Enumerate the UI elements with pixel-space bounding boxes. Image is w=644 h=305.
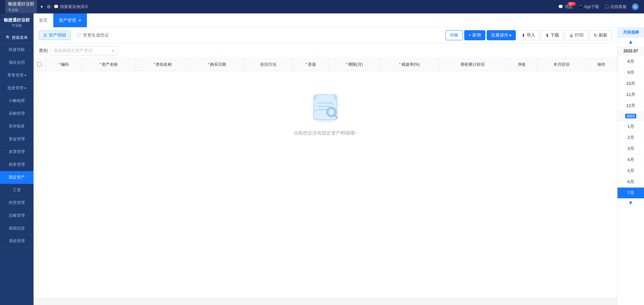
search-icon: 🔍 bbox=[6, 35, 11, 40]
category-label: 类别 bbox=[39, 48, 48, 54]
bottom-scroll-bar[interactable] bbox=[34, 298, 617, 305]
col-operation: 操作 bbox=[586, 58, 617, 71]
month-item-9[interactable]: 9月 bbox=[618, 67, 644, 78]
sidebar-logo: 畅捷通好业财 专业版 bbox=[0, 13, 34, 32]
top-bar-left: 畅捷通好业财 专业版 ▼ ⚙ 💬 我要看实例演示 bbox=[5, 0, 88, 13]
dropdown-arrow-icon: ▾ bbox=[509, 33, 512, 38]
table-container: *编码 *资产名称 *类别名称 *购买日期 折旧方法 *原值 *期限(月) *残… bbox=[34, 58, 617, 298]
download-button[interactable]: ⬇ 下载 bbox=[541, 30, 564, 40]
category-select[interactable]: 请选择固定资产类别 ▾ bbox=[50, 46, 117, 55]
month-nav-up[interactable]: ▲ bbox=[618, 38, 644, 46]
demo-link[interactable]: 💬 我要看实例演示 bbox=[54, 4, 88, 10]
sub-tab-change-voucher[interactable]: 📄 变更生成凭证 bbox=[72, 31, 113, 40]
col-purchase-date: *购买日期 bbox=[190, 58, 244, 71]
asset-table: *编码 *资产名称 *类别名称 *购买日期 折旧方法 *原值 *期限(月) *残… bbox=[34, 58, 617, 156]
month-item-1[interactable]: 1月 bbox=[618, 121, 644, 132]
sidebar: 畅捷通好业财 专业版 🔍 搜索菜单 快捷导航 项目合同 零售管理 ▾ 批发管理 … bbox=[0, 13, 34, 305]
headset-icon: 🎧 bbox=[604, 4, 609, 9]
message-badge: 99+ bbox=[568, 2, 576, 6]
month-panel: 月份选择 ▲ 2022.07 8月 9月 10月 11月 12月 2023 1月… bbox=[617, 28, 644, 305]
month-item-4[interactable]: 4月 bbox=[618, 154, 644, 165]
col-residual-rate: *残值率(%) bbox=[380, 58, 439, 71]
sidebar-item-ledger[interactable]: 总账管理 bbox=[0, 209, 34, 222]
print-icon: 🖨 bbox=[569, 33, 574, 38]
svg-point-9 bbox=[338, 104, 339, 106]
settings-icon[interactable]: ⚙ bbox=[47, 4, 51, 9]
sidebar-item-purchase[interactable]: 采购管理 bbox=[0, 107, 34, 120]
reconcile-button[interactable]: 对账 bbox=[445, 30, 463, 40]
sidebar-item-invoice[interactable]: 发票管理 bbox=[0, 146, 34, 158]
download-icon: ⬇ bbox=[545, 33, 549, 38]
col-name: *资产名称 bbox=[82, 58, 136, 71]
col-category: *类别名称 bbox=[136, 58, 190, 71]
empty-illustration bbox=[305, 91, 345, 125]
month-down-icon[interactable]: ▼ bbox=[626, 199, 636, 207]
svg-point-5 bbox=[328, 109, 335, 115]
import-button[interactable]: ⬆ 导入 bbox=[517, 30, 540, 40]
message-icon: 💬 bbox=[558, 4, 563, 9]
phone-icon: 📱 bbox=[578, 4, 583, 9]
col-code: *编码 bbox=[46, 58, 82, 71]
app-download-button[interactable]: 📱 App下载 bbox=[578, 4, 599, 10]
sidebar-item-retail[interactable]: 零售管理 ▾ bbox=[0, 69, 34, 82]
month-item-10[interactable]: 10月 bbox=[618, 78, 644, 89]
page-content: ☰ 资产明细 📄 变更生成凭证 对账 + 新增 bbox=[34, 28, 644, 305]
sidebar-item-system[interactable]: 系统管理 bbox=[0, 235, 34, 248]
sidebar-item-payroll[interactable]: 工资 bbox=[0, 184, 34, 197]
sidebar-item-ecommerce[interactable]: 小畅电商 bbox=[0, 95, 34, 107]
col-net-value: 净值 bbox=[506, 58, 537, 71]
user-avatar[interactable]: Ai bbox=[632, 3, 639, 10]
tab-asset-mgmt[interactable]: 资产管理 ✕ bbox=[53, 13, 87, 27]
select-arrow-icon: ▾ bbox=[112, 48, 114, 53]
add-button[interactable]: + 新增 bbox=[464, 30, 485, 40]
sidebar-item-quick-nav[interactable]: 快捷导航 bbox=[0, 44, 34, 56]
tab-close-icon[interactable]: ✕ bbox=[78, 18, 82, 23]
month-item-2[interactable]: 2月 bbox=[618, 132, 644, 143]
user-icon: Ai bbox=[632, 3, 639, 10]
svg-point-8 bbox=[311, 106, 313, 107]
sub-tab-asset-detail[interactable]: ☰ 资产明细 bbox=[39, 31, 70, 40]
tab-home[interactable]: 首页 bbox=[34, 13, 53, 27]
content-area: 首页 资产管理 ✕ ☰ 资产明细 📄 变更生成凭证 bbox=[34, 13, 644, 305]
month-item-3[interactable]: 3月 bbox=[618, 143, 644, 154]
import-icon: ⬆ bbox=[522, 33, 525, 38]
month-item-7[interactable]: 7月 bbox=[618, 188, 644, 199]
refresh-button[interactable]: ↻ 刷新 bbox=[589, 30, 612, 40]
message-button[interactable]: 💬 消息 99+ bbox=[558, 4, 573, 10]
col-monthly-depreciation: 本月折旧 bbox=[537, 58, 586, 71]
demo-icon: 💬 bbox=[54, 4, 59, 9]
select-all-checkbox[interactable] bbox=[37, 62, 42, 66]
month-up-icon[interactable]: ▲ bbox=[626, 38, 636, 46]
month-year-2023: 2023 bbox=[618, 111, 644, 121]
month-item-5[interactable]: 5月 bbox=[618, 165, 644, 176]
sidebar-item-basic-info[interactable]: 基础信息 bbox=[0, 222, 34, 235]
sidebar-edition: 专业版 bbox=[3, 23, 31, 28]
chevron-down-icon: ▾ bbox=[24, 86, 26, 90]
month-item-6[interactable]: 6月 bbox=[618, 176, 644, 188]
sidebar-item-operations[interactable]: 经营管理 bbox=[0, 197, 34, 209]
month-nav-down[interactable]: ▼ bbox=[618, 199, 644, 207]
sidebar-item-inventory[interactable]: 库存核算 bbox=[0, 120, 34, 133]
main-section: ☰ 资产明细 📄 变更生成凭证 对账 + 新增 bbox=[34, 28, 617, 305]
chevron-down-icon: ▾ bbox=[24, 73, 26, 77]
sidebar-item-batch[interactable]: 批发管理 ▾ bbox=[0, 82, 34, 95]
month-item-8[interactable]: 8月 bbox=[618, 56, 644, 67]
filter-bar: 类别 请选择固定资产类别 ▾ bbox=[34, 43, 617, 58]
month-item-12[interactable]: 12月 bbox=[618, 100, 644, 111]
sidebar-item-finance[interactable]: 资金管理 bbox=[0, 133, 34, 146]
sidebar-item-tax[interactable]: 税务管理 bbox=[0, 158, 34, 171]
company-dropdown[interactable]: ▼ bbox=[40, 4, 44, 9]
print-button[interactable]: 🖨 打印 bbox=[565, 30, 588, 40]
refresh-icon: ↻ bbox=[594, 33, 597, 38]
sidebar-item-fixed-assets[interactable]: 固定资产 bbox=[0, 171, 34, 184]
search-menu[interactable]: 🔍 搜索菜单 bbox=[0, 32, 34, 44]
sidebar-item-project-contract[interactable]: 项目合同 bbox=[0, 56, 34, 69]
sidebar-logo-text: 畅捷通好业财 bbox=[3, 17, 31, 23]
batch-ops-button[interactable]: 批量操作 ▾ bbox=[487, 30, 516, 40]
month-year-2022[interactable]: 2022.07 bbox=[618, 46, 644, 56]
sub-tab-bar: ☰ 资产明细 📄 变更生成凭证 对账 + 新增 bbox=[34, 28, 617, 43]
online-service-button[interactable]: 🎧 在线客服 bbox=[604, 4, 627, 10]
month-item-11[interactable]: 11月 bbox=[618, 89, 644, 100]
company-name: 畅捷通好业财 专业版 bbox=[5, 0, 37, 13]
empty-state: 当前您还没有固定资产明细哦~ bbox=[34, 71, 617, 156]
